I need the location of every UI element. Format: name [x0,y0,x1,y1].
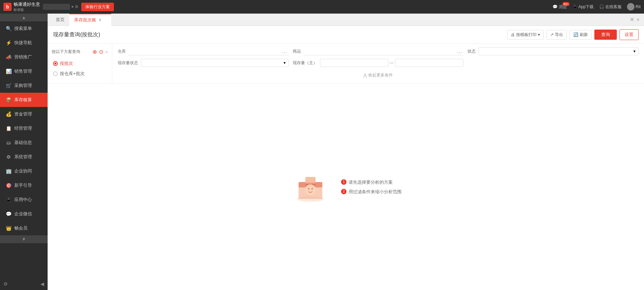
settings-btn[interactable]: 设置 [620,29,639,40]
breadcrumb: ▾ ⚙ [43,4,79,10]
sidebar-label-enterprise-wx: 企业微信 [14,211,32,217]
left-panel: 按以下方案查询 ⊕ ⊙ « 按批次 按仓库+批次 [48,44,112,84]
top-header: b 畅康通好生意 标准版 ▾ ⚙ 体验行业方案 💬 消息 99+ 📱 App下载… [0,0,644,14]
chevron-down-icon[interactable]: ▾ [71,4,73,9]
tab-more-icon[interactable]: ≡ [635,18,641,21]
sidebar-item-operations[interactable]: 📋 经营管理 [0,121,48,135]
sidebar-item-guide[interactable]: 🎯 新手引导 [0,178,48,193]
user-area[interactable]: Rit [627,3,641,11]
logo-area: b 畅康通好生意 标准版 [3,1,40,12]
stock-qty-label: 现存量（主） [293,60,317,66]
breadcrumb-input[interactable] [43,4,70,10]
tab-close-main-icon[interactable]: ✕ [630,16,634,23]
sidebar-item-sales[interactable]: 📊 销售管理 [0,64,48,78]
product-more-icon[interactable]: … [457,48,462,54]
sidebar-label-sales: 销售管理 [14,68,32,74]
mobile-icon: 📱 [5,197,12,203]
sidebar-settings-btn[interactable]: ⚙ [3,281,8,287]
online-service-area[interactable]: 🎧 在线客服 [599,4,622,10]
page-content: 现存量查询(按批次) 🖨 按模板打印 ▾ ↗ 导出 🔄 刷新 [48,26,644,290]
settings-plan-icon[interactable]: ⊙ [99,49,103,55]
svg-point-7 [311,188,313,189]
collapse-more-label: 收起更多条件 [368,72,393,78]
sidebar-scroll-up[interactable]: ▲ [0,14,48,21]
stock-status-select[interactable]: ▾ [141,59,289,67]
warehouse-more-icon[interactable]: … [282,48,287,54]
sidebar-item-quick-nav[interactable]: ⚡ 快捷导航 [0,36,48,50]
avatar [627,3,634,11]
stock-qty-dash: — [388,59,395,67]
stock-qty-max-input[interactable] [395,59,463,67]
sidebar-item-enterprise-wx[interactable]: 💬 企业微信 [0,207,48,221]
warehouse-input-wrap: … [129,48,289,55]
gear-icon[interactable]: ⚙ [75,4,79,9]
sidebar-label-member: 畅会员 [14,225,28,231]
collapse-more-btn[interactable]: ⋀ 收起更多条件 [118,70,639,80]
print-btn[interactable]: 🖨 按模板打印 ▾ [507,30,544,40]
export-btn[interactable]: ↗ 导出 [546,30,567,40]
tab-bar: 首页 库存批次账 ✕ ✕ ≡ [48,14,644,26]
export-icon: ↗ [550,32,554,37]
message-icon-area[interactable]: 💬 消息 99+ [553,4,567,10]
svg-point-6 [308,188,309,189]
clipboard-icon: 📋 [5,125,12,131]
header-left: b 畅康通好生意 标准版 ▾ ⚙ 体验行业方案 [3,1,114,12]
stock-qty-min-input[interactable] [320,59,388,67]
empty-hint-2-text: 用过滤条件来缩小分析范围 [349,189,402,195]
plan-item-by-batch[interactable]: 按批次 [48,58,112,69]
sidebar-scroll-down[interactable]: ▼ [0,235,48,243]
sidebar-item-system[interactable]: ⚙ 系统管理 [0,150,48,164]
chart-icon: 📊 [5,68,12,74]
page-header: 现存量查询(按批次) 🖨 按模板打印 ▾ ↗ 导出 🔄 刷新 [48,26,644,44]
sidebar-item-enterprise[interactable]: 🏢 企业协同 [0,164,48,178]
sidebar-label-inventory: 库存核算 [14,97,32,103]
sidebar-item-purchase[interactable]: 🛒 采购管理 [0,78,48,93]
cart-icon: 🛒 [5,83,12,89]
sidebar-label-basic-info: 基础信息 [14,140,32,146]
experience-btn[interactable]: 体验行业方案 [81,3,114,11]
print-dropdown-icon[interactable]: ▾ [538,32,540,37]
tab-close-icon[interactable]: ✕ [98,18,102,22]
sidebar-item-search[interactable]: 🔍 搜索菜单 [0,21,48,36]
status-filter: 状态 ▾ [468,47,639,55]
add-plan-icon[interactable]: ⊕ [92,49,97,55]
page-actions: 🖨 按模板打印 ▾ ↗ 导出 🔄 刷新 查询 设置 [507,29,639,40]
tab-home[interactable]: 首页 [51,14,69,26]
filter-area: 按以下方案查询 ⊕ ⊙ « 按批次 按仓库+批次 [48,44,644,84]
product-input[interactable] [304,48,464,55]
sidebar-label-enterprise: 企业协同 [14,168,32,174]
stock-status-filter: 现存量状态 ▾ [118,59,289,67]
sidebar-label-finance: 资金管理 [14,111,32,117]
sidebar-item-finance[interactable]: 💰 资金管理 [0,107,48,121]
app-download-area[interactable]: 📱 App下载 [572,4,594,10]
status-select[interactable]: ▾ [478,47,639,55]
query-btn[interactable]: 查询 [594,30,617,40]
refresh-icon: 🔄 [573,32,578,37]
page-title: 现存量查询(按批次) [53,31,100,38]
plan-item-by-warehouse-batch[interactable]: 按仓库+批次 [48,69,112,79]
sidebar-item-member[interactable]: 👑 畅会员 [0,221,48,235]
sidebar-label-guide: 新手引导 [14,182,32,188]
collapse-left-icon[interactable]: « [105,50,108,54]
refresh-btn[interactable]: 🔄 刷新 [570,30,592,40]
app-version: 标准版 [14,7,40,12]
sidebar-label-quick-nav: 快捷导航 [14,40,32,46]
collapse-up-icon: ⋀ [363,73,367,78]
empty-state: 1 请先选择要分析的方案 2 用过滤条件来缩小分析范围 [48,84,644,290]
sidebar-collapse-btn[interactable]: ◀ [40,281,44,287]
sidebar-label-purchase: 采购管理 [14,83,32,89]
tab-batch-account[interactable]: 库存批次账 ✕ [69,14,111,26]
product-input-wrap: … [304,48,464,55]
tab-home-label: 首页 [56,17,65,23]
settings-icon: ⚙ [5,154,12,160]
sidebar-item-app-center[interactable]: 📱 应用中心 [0,193,48,207]
username: Rit [635,4,641,9]
sidebar-label-operations: 经营管理 [14,125,32,131]
warehouse-input[interactable] [129,48,289,55]
sidebar-item-basic-info[interactable]: 🗂 基础信息 [0,135,48,150]
left-panel-header: 按以下方案查询 ⊕ ⊙ « [48,47,112,56]
sidebar-item-marketing[interactable]: 📣 营销推广 [0,50,48,64]
product-filter: 商品 … [293,48,464,55]
svg-rect-3 [305,177,316,183]
sidebar-item-inventory[interactable]: 📦 库存核算 [0,93,48,107]
